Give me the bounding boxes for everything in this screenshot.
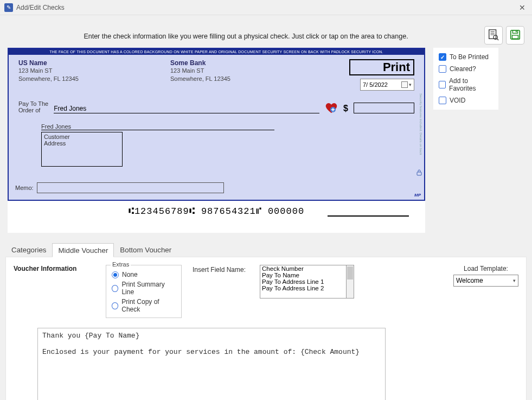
checkbox-favorites[interactable] (439, 81, 446, 88)
template-select[interactable]: Welcome ▾ (453, 275, 518, 287)
date-value: 7/ 5/2022 (363, 81, 388, 88)
field-item[interactable]: Pay To Address Line 2 (260, 285, 346, 291)
signature-line[interactable] (328, 215, 409, 217)
payee-row: Fred Jones (18, 123, 414, 168)
dollar-sign: $ (343, 104, 348, 113)
opt-label: To Be Printed (450, 53, 489, 61)
instruction-text: Enter the check information like you wer… (8, 26, 484, 40)
template-value: Welcome (456, 277, 483, 284)
field-item[interactable]: Pay To Name (260, 272, 346, 278)
opt-label: VOID (450, 97, 465, 104)
pay-to-input[interactable] (54, 105, 319, 113)
field-item[interactable]: Check Number (260, 265, 346, 272)
svg-rect-0 (489, 29, 496, 39)
chevron-down-icon: ▾ (513, 278, 516, 283)
radio-none[interactable] (112, 271, 119, 278)
pay-to-label: Pay To The Order of (18, 100, 48, 113)
radio-label: None (122, 271, 138, 278)
check-right-stack: Print 7/ 5/2022 ▾ (349, 59, 414, 91)
tab-middle-voucher[interactable]: Middle Voucher (52, 243, 114, 257)
memo-input[interactable] (37, 182, 224, 193)
voucher-top-row: Voucher Information Extras None Print Su… (14, 265, 518, 318)
main-body: THE FACE OF THIS DOCUMENT HAS A COLORED … (0, 45, 532, 233)
checkbox-void[interactable] (439, 97, 446, 104)
bank-addr1: 123 Main ST (170, 67, 306, 75)
check-number-label: Print (383, 60, 410, 74)
svg-rect-7 (512, 30, 517, 33)
micr-area: ⑆123456789⑆ 987654321⑈ 000000 (8, 201, 425, 233)
checkbox-to-be-printed[interactable] (439, 53, 446, 61)
memo-row: Memo: (9, 182, 424, 193)
toolbar (484, 26, 524, 45)
memo-label: Memo: (15, 185, 34, 191)
payer-addr2: Somewhere, FL 12345 (18, 75, 170, 83)
extras-summary[interactable]: Print Summary Line (112, 281, 176, 296)
voucher-info-label: Voucher Information (14, 265, 95, 272)
insert-field-label: Insert Field Name: (193, 265, 246, 274)
payee-name-echo[interactable]: Fred Jones (41, 123, 274, 130)
options-panel: To Be Printed Cleared? Add to Favorites … (433, 48, 498, 110)
preview-button[interactable] (484, 26, 503, 45)
save-icon (509, 29, 521, 42)
check-number-box[interactable]: Print (349, 59, 414, 75)
padlock-icon (416, 169, 422, 176)
load-template-label: Load Template: (453, 265, 518, 272)
micr-line[interactable]: ⑆123456789⑆ 987654321⑈ 000000 (8, 201, 425, 233)
check-header-row: US Name 123 Main ST Somewhere, FL 12345 … (18, 59, 414, 91)
app-icon: ✎ (4, 3, 13, 12)
radio-copy[interactable] (112, 302, 118, 309)
svg-line-5 (497, 39, 498, 40)
check-content: US Name 123 Main ST Somewhere, FL 12345 … (9, 55, 424, 172)
extras-copy[interactable]: Print Copy of Check (112, 298, 176, 313)
load-template-column: Load Template: Welcome ▾ (453, 265, 518, 287)
field-list-scrollbar[interactable] (347, 265, 354, 299)
payer-name: US Name (18, 59, 170, 67)
tabs-row: Categories Middle Voucher Bottom Voucher (5, 243, 532, 257)
payee-address-box[interactable] (41, 132, 123, 167)
payee-column: Fred Jones (41, 123, 274, 168)
mp-mark: MP (414, 193, 421, 198)
payer-addr1: 123 Main ST (18, 67, 170, 75)
opt-label: Add to Favorites (449, 77, 493, 92)
bank-name: Some Bank (170, 59, 306, 67)
date-picker[interactable]: 7/ 5/2022 ▾ (360, 79, 414, 91)
extras-none[interactable]: None (112, 271, 176, 278)
bank-block[interactable]: Some Bank 123 Main ST Somewhere, FL 1234… (170, 59, 306, 91)
scrollbar-thumb[interactable] (347, 266, 353, 280)
opt-void[interactable]: VOID (439, 97, 493, 104)
top-area: Enter the check information like you wer… (0, 15, 532, 45)
payer-block[interactable]: US Name 123 Main ST Somewhere, FL 12345 (18, 59, 170, 91)
svg-rect-9 (516, 30, 517, 32)
amount-input[interactable] (354, 103, 414, 113)
field-item[interactable]: Pay To Address Line 1 (260, 278, 346, 285)
preview-icon (488, 29, 499, 42)
voucher-textarea[interactable] (37, 328, 386, 400)
heart-icon[interactable] (325, 101, 338, 113)
check-column: THE FACE OF THIS DOCUMENT HAS A COLORED … (8, 48, 425, 233)
opt-to-be-printed[interactable]: To Be Printed (439, 53, 493, 61)
date-dropdown-icon: ▾ (401, 81, 412, 88)
tab-categories[interactable]: Categories (5, 243, 52, 257)
opt-cleared[interactable]: Cleared? (439, 65, 493, 73)
svg-rect-11 (417, 172, 421, 175)
window-title: Add/Edit Checks (16, 4, 517, 11)
close-button[interactable]: ✕ (517, 2, 528, 13)
voucher-panel: Voucher Information Extras None Print Su… (5, 257, 527, 400)
bank-addr2: Somewhere, FL 12345 (170, 75, 306, 83)
tab-bottom-voucher[interactable]: Bottom Voucher (114, 243, 177, 257)
radio-summary[interactable] (112, 285, 118, 292)
svg-rect-8 (512, 35, 518, 38)
opt-favorites[interactable]: Add to Favorites (439, 77, 493, 92)
checkbox-cleared[interactable] (439, 65, 446, 73)
radio-label: Print Copy of Check (121, 298, 176, 313)
title-bar: ✎ Add/Edit Checks ✕ (0, 0, 532, 15)
save-button[interactable] (506, 26, 524, 45)
radio-label: Print Summary Line (121, 281, 176, 296)
pay-to-row: Pay To The Order of $ (18, 100, 414, 113)
field-list-wrap: Check Number Pay To Name Pay To Address … (260, 265, 354, 299)
opt-label: Cleared? (450, 65, 476, 73)
field-list[interactable]: Check Number Pay To Name Pay To Address … (260, 265, 347, 299)
security-band: THE FACE OF THIS DOCUMENT HAS A COLORED … (9, 49, 424, 55)
extras-group: Extras None Print Summary Line Print Cop… (106, 265, 182, 318)
extras-legend: Extras (111, 261, 131, 268)
